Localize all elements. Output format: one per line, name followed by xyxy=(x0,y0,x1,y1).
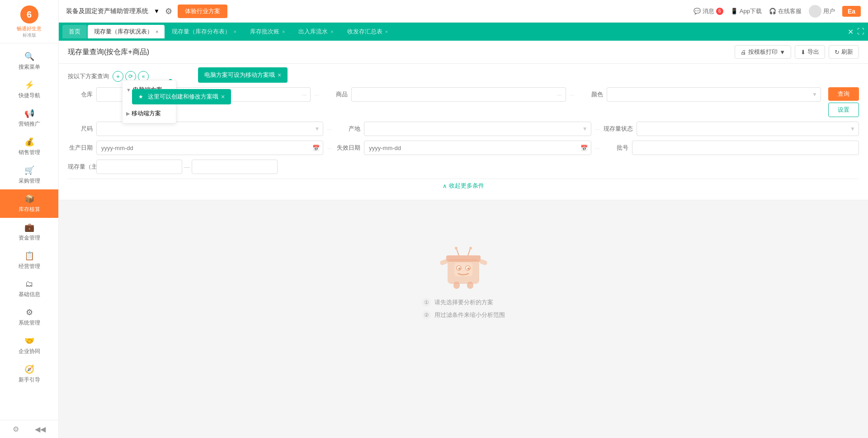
online-support-btn[interactable]: 🎧 在线客服 xyxy=(769,7,802,15)
color-dropdown-icon: ▼ xyxy=(812,91,817,98)
base-icon: 🗂 xyxy=(25,279,33,289)
settings-icon[interactable]: ⚙ xyxy=(165,6,172,16)
stock-main-to-input[interactable] xyxy=(192,160,278,174)
tab-close-icon[interactable]: × xyxy=(330,29,333,34)
sidebar-item-guide[interactable]: 🧭 新手引导 xyxy=(0,360,58,388)
size-dropdown-icon: ▼ xyxy=(315,126,320,132)
goods-input[interactable] xyxy=(351,87,553,102)
prod-date-control: 📅 xyxy=(96,141,323,155)
sidebar-item-label: 基础信息 xyxy=(19,291,40,298)
row1-sep2: ··· xyxy=(570,91,575,98)
row2-sep2: ··· xyxy=(595,126,600,132)
tab-home-label: 首页 xyxy=(69,28,80,36)
topbar-left: 装备及固定资产辅助管理系统 ▼ ⚙ 体验行业方案 xyxy=(66,5,227,18)
arrow-down-icon: ▼ xyxy=(126,87,131,93)
tooltip2-close-btn[interactable]: × xyxy=(221,93,225,100)
sidebar-item-search[interactable]: 🔍 搜索菜单 xyxy=(0,47,58,75)
batch-input[interactable] xyxy=(632,141,859,155)
refresh-icon: ↻ xyxy=(835,49,840,56)
scheme-item-mobile[interactable]: ▶ 移动端方案 xyxy=(126,108,172,119)
svg-point-14 xyxy=(469,247,472,250)
print-btn[interactable]: 🖨 按模板打印 ▼ xyxy=(735,45,791,59)
app-download-btn[interactable]: 📱 App下载 xyxy=(731,7,762,15)
sidebar-item-label: 新手引导 xyxy=(19,376,40,384)
user-area[interactable]: 用户 xyxy=(809,5,835,18)
tab-inventory-status[interactable]: 现存量（库存状况表） × xyxy=(88,25,165,38)
filter-row-2: 尺码 ▼ ··· 产地 ▼ ··· xyxy=(68,122,859,136)
sidebar-item-quick[interactable]: ⚡ 快捷导航 xyxy=(0,75,58,104)
tab-home[interactable]: 首页 xyxy=(62,25,87,38)
tooltip1-close-btn[interactable]: × xyxy=(278,71,281,79)
logo-badge: 标准版 xyxy=(23,32,36,38)
tab-close-icon[interactable]: × xyxy=(282,29,285,34)
sidebar-item-operations[interactable]: 📋 经营管理 xyxy=(0,246,58,275)
page-content: 现存量查询(按仓库+商品) 🖨 按模板打印 ▼ ⬇ 导出 ↻ 刷新 xyxy=(59,41,868,438)
size-control: ▼ xyxy=(96,122,323,136)
collapse-btn[interactable]: ∧ 收起更多条件 xyxy=(68,179,859,193)
tabbar-close-icon[interactable]: ✕ xyxy=(848,28,854,36)
row3-sep2: ··· xyxy=(595,145,600,151)
sidebar-item-system[interactable]: ⚙ 系统管理 xyxy=(0,303,58,331)
sidebar-item-purchase[interactable]: 🛒 采购管理 xyxy=(0,161,58,189)
filter-row-3: 生产日期 📅 ··· 失效日期 📅 ··· xyxy=(68,141,859,155)
enterprise-icon: 🤝 xyxy=(24,336,34,346)
sidebar-item-inventory[interactable]: 📦 库存核算 xyxy=(0,189,58,218)
svg-point-5 xyxy=(458,268,461,270)
operations-icon: 📋 xyxy=(24,251,34,261)
messages-btn[interactable]: 💬 消息 6 xyxy=(693,7,723,15)
query-btn[interactable]: 查询 xyxy=(828,87,859,101)
expire-date-calendar-icon: 📅 xyxy=(580,145,588,151)
stock-main-label: 现存量（主） xyxy=(68,163,93,171)
tab-inventory-dist[interactable]: 现存量（库存分布表） × xyxy=(165,25,242,38)
system-dropdown[interactable]: ▼ xyxy=(154,8,160,14)
footer-collapse-icon[interactable]: ◀◀ xyxy=(35,425,46,433)
expire-date-label: 失效日期 xyxy=(335,144,360,152)
finance-icon: 💼 xyxy=(24,222,34,232)
tab-close-icon[interactable]: × xyxy=(385,29,388,34)
expire-date-input[interactable] xyxy=(364,141,591,155)
batch-field: 批号 xyxy=(604,141,859,155)
tooltip1-text: 电脑方案可设为移动方案哦 xyxy=(204,71,275,79)
origin-input[interactable] xyxy=(364,122,591,136)
tab-inout[interactable]: 出入库流水 × xyxy=(292,25,340,38)
headset-icon: 🎧 xyxy=(769,8,776,14)
tab-batch[interactable]: 库存批次账 × xyxy=(244,25,291,38)
refresh-btn[interactable]: ↻ 刷新 xyxy=(829,45,859,59)
sidebar-item-finance[interactable]: 💼 资金管理 xyxy=(0,218,58,246)
sidebar-item-sales[interactable]: 💰 销售管理 xyxy=(0,132,58,161)
tab-label: 收发存汇总表 xyxy=(347,28,382,36)
stock-main-from-input[interactable] xyxy=(96,160,182,174)
sidebar-item-label: 库存核算 xyxy=(19,206,40,213)
stock-status-input[interactable] xyxy=(637,122,859,136)
warehouse-dots-btn[interactable]: ··· xyxy=(298,87,311,102)
sidebar-item-base[interactable]: 🗂 基础信息 xyxy=(0,275,58,303)
warehouse-label: 仓库 xyxy=(68,90,93,99)
filter-header: 按以下方案查询 + ⟳ « ▼ 电脑端方案 按商品 ▶ xyxy=(68,71,859,82)
row1-sep1: ··· xyxy=(314,91,319,98)
tab-receive[interactable]: 收发存汇总表 × xyxy=(341,25,394,38)
sidebar-item-label: 经营管理 xyxy=(19,263,40,270)
reset-btn[interactable]: 设置 xyxy=(828,103,859,117)
add-scheme-btn[interactable]: + xyxy=(113,71,123,82)
quick-icon: ⚡ xyxy=(24,80,34,90)
sidebar-item-enterprise[interactable]: 🤝 企业协同 xyxy=(0,331,58,360)
goods-dots-btn[interactable]: ··· xyxy=(553,87,566,102)
export-btn[interactable]: ⬇ 导出 xyxy=(795,45,825,59)
size-input[interactable] xyxy=(96,122,323,136)
step1-text: 请先选择要分析的方案 xyxy=(434,298,493,306)
prod-date-input[interactable] xyxy=(96,141,323,155)
tab-close-icon[interactable]: × xyxy=(233,29,236,34)
svg-point-12 xyxy=(455,247,458,250)
color-input[interactable] xyxy=(607,87,821,102)
avatar xyxy=(809,5,821,18)
collapse-icon: ∧ xyxy=(443,183,447,189)
expire-date-control: 📅 xyxy=(364,141,591,155)
page-header: 现存量查询(按仓库+商品) 🖨 按模板打印 ▼ ⬇ 导出 ↻ 刷新 xyxy=(59,41,868,64)
industry-btn[interactable]: 体验行业方案 xyxy=(178,5,227,18)
tabbar-expand-icon[interactable]: ⛶ xyxy=(857,28,864,36)
footer-settings-icon[interactable]: ⚙ xyxy=(13,425,19,433)
search-icon: 🔍 xyxy=(24,52,34,61)
svg-rect-10 xyxy=(467,282,473,289)
sidebar-item-marketing[interactable]: 📢 营销推广 xyxy=(0,104,58,132)
tab-close-icon[interactable]: × xyxy=(156,29,158,34)
